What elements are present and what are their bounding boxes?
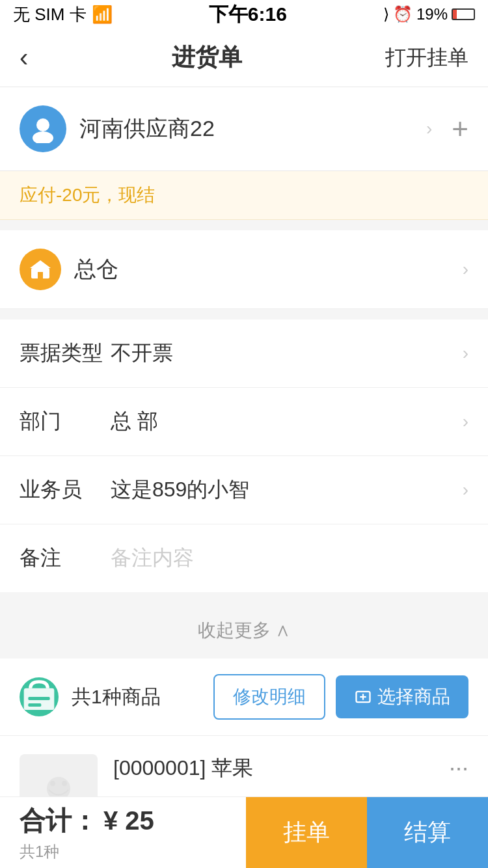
warehouse-label: 总仓 <box>74 254 463 284</box>
form-section: 票据类型 不开票 › 部门 总 部 › 业务员 这是859的小智 › 备注 备注… <box>0 319 488 592</box>
department-row[interactable]: 部门 总 部 › <box>0 388 488 456</box>
select-product-icon <box>354 688 372 706</box>
products-icon <box>20 677 59 716</box>
products-header: 共1种商品 修改明细 选择商品 <box>0 658 488 736</box>
total-area: 合计： ¥ 25 共1种 <box>0 803 246 862</box>
select-product-button[interactable]: 选择商品 <box>336 675 468 718</box>
remark-label: 备注 <box>20 544 111 573</box>
edit-detail-button[interactable]: 修改明细 <box>213 674 325 720</box>
svg-rect-4 <box>38 272 43 278</box>
salesperson-chevron-icon: › <box>463 480 468 500</box>
supplier-row[interactable]: 河南供应商22 › + <box>0 87 488 171</box>
salesperson-value: 这是859的小智 <box>111 476 463 504</box>
svg-point-1 <box>33 131 53 143</box>
supplier-avatar <box>20 105 66 152</box>
remark-value: 备注内容 <box>111 544 468 573</box>
svg-rect-7 <box>28 703 41 707</box>
invoice-type-chevron-icon: › <box>463 343 468 364</box>
status-left: 无 SIM 卡 📶 <box>13 3 113 26</box>
supplier-chevron-icon: › <box>426 118 432 139</box>
supplier-name: 河南供应商22 <box>79 114 426 144</box>
supplier-avatar-icon <box>29 115 57 143</box>
salesperson-row[interactable]: 业务员 这是859的小智 › <box>0 456 488 524</box>
select-product-label: 选择商品 <box>377 685 450 709</box>
bottom-bar: 合计： ¥ 25 共1种 挂单 结算 <box>0 796 488 868</box>
invoice-type-row[interactable]: 票据类型 不开票 › <box>0 319 488 388</box>
products-icon-bg <box>20 677 59 716</box>
svg-point-13 <box>50 781 55 786</box>
battery-icon <box>452 8 475 20</box>
total-label: 合计： <box>20 806 98 835</box>
department-label: 部门 <box>20 407 111 436</box>
product-more-button[interactable]: ··· <box>439 754 468 781</box>
collapse-label: 收起更多 ∧ <box>198 618 291 643</box>
total-amount: ¥ 25 <box>103 806 154 835</box>
location-icon: ⟩ <box>383 5 389 23</box>
remark-row[interactable]: 备注 备注内容 <box>0 524 488 592</box>
warehouse-section: 总仓 › <box>0 230 488 309</box>
product-name: [0000001] 苹果 <box>113 754 439 783</box>
svg-point-0 <box>36 118 49 131</box>
add-supplier-button[interactable]: + <box>452 113 468 145</box>
warehouse-icon <box>29 258 52 281</box>
invoice-type-value: 不开票 <box>111 339 463 368</box>
notice-banner: 应付-20元，现结 <box>0 171 488 220</box>
page-title: 进货单 <box>172 42 242 74</box>
warehouse-row[interactable]: 总仓 › <box>0 230 488 309</box>
svg-rect-6 <box>28 697 49 700</box>
back-button[interactable]: ‹ <box>20 43 28 72</box>
open-hang-button[interactable]: 打开挂单 <box>385 44 468 72</box>
svg-point-14 <box>62 781 67 786</box>
warehouse-icon-bg <box>20 249 61 290</box>
department-chevron-icon: › <box>463 411 468 432</box>
total-sub: 共1种 <box>20 841 226 862</box>
collapse-toggle[interactable]: 收起更多 ∧ <box>0 603 488 658</box>
status-time: 下午6:16 <box>209 1 287 28</box>
checkout-button[interactable]: 结算 <box>367 797 488 869</box>
invoice-type-label: 票据类型 <box>20 339 111 368</box>
total-main: 合计： ¥ 25 <box>20 803 226 839</box>
status-right: ⟩ ⏰ 19% <box>383 5 475 23</box>
supplier-section: 河南供应商22 › + 应付-20元，现结 <box>0 87 488 220</box>
hang-button[interactable]: 挂单 <box>246 797 367 869</box>
battery-label: 19% <box>416 5 448 23</box>
salesperson-label: 业务员 <box>20 476 111 504</box>
warehouse-chevron-icon: › <box>463 259 468 280</box>
carrier-label: 无 SIM 卡 <box>13 3 87 26</box>
product-title: 苹果 <box>211 756 253 780</box>
department-value: 总 部 <box>111 407 463 436</box>
alarm-icon: ⏰ <box>393 5 413 23</box>
products-count-label: 共1种商品 <box>72 684 213 711</box>
svg-marker-3 <box>30 260 51 268</box>
nav-bar: ‹ 进货单 打开挂单 <box>0 29 488 87</box>
status-bar: 无 SIM 卡 📶 下午6:16 ⟩ ⏰ 19% <box>0 0 488 29</box>
product-code: [0000001] <box>113 756 206 780</box>
wifi-icon: 📶 <box>92 5 113 25</box>
